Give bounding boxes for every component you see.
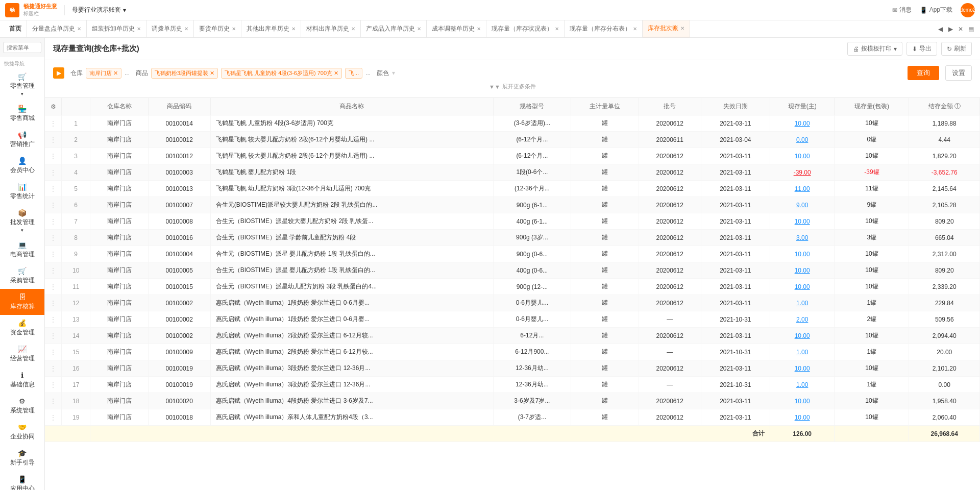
sidebar-item-11[interactable]: ℹ基础信息	[0, 367, 44, 393]
cell-stock-main[interactable]: 1.00	[770, 295, 834, 311]
tab-label: 调拨单历史	[152, 24, 182, 33]
sidebar-item-2[interactable]: 📢营销推广	[0, 127, 44, 153]
tab-close-btn[interactable]: ✕	[351, 26, 355, 32]
sidebar-item-15[interactable]: 📱应用中心	[0, 471, 44, 490]
tab-close-btn[interactable]: ✕	[77, 26, 81, 32]
cell-stock-main[interactable]: 3.00	[770, 230, 834, 246]
sidebar-item-9[interactable]: 💰资金管理	[0, 315, 44, 341]
sidebar-item-5[interactable]: 📦批发管理▾	[0, 205, 44, 237]
cell-stock-main[interactable]: 1.00	[770, 377, 834, 393]
sidebar-item-7[interactable]: 🛒采购管理	[0, 263, 44, 289]
tab-next-btn[interactable]: ▶	[945, 20, 955, 38]
cell-name: 惠氏启赋（Wyeth illuma）4段奶粉 爱尔兰进口 3-6岁及7...	[210, 393, 493, 409]
tab-menu-btn[interactable]: ▤	[966, 20, 976, 38]
tab-item-1[interactable]: 分量盘点单历史✕	[27, 20, 87, 38]
cell-expire: 2021-03-11	[701, 393, 770, 409]
cell-spec: 0-6月婴儿...	[494, 311, 571, 328]
cell-warehouse: 南岸门店	[90, 311, 148, 328]
cell-stock-main[interactable]: 2.00	[770, 311, 834, 328]
refresh-btn[interactable]: ↻ 刷新	[941, 42, 972, 56]
cell-stock-main[interactable]: 10.00	[770, 279, 834, 295]
tab-label: 现存量（库存分布表）	[570, 24, 631, 33]
search-btn[interactable]: 查询	[908, 66, 939, 80]
export-btn[interactable]: ⬇ 导出	[906, 42, 937, 56]
sidebar-item-8[interactable]: 🗄库存核算	[0, 289, 44, 315]
cell-stock-main[interactable]: 10.00	[770, 393, 834, 409]
cell-stock-main[interactable]: 0.00	[770, 132, 834, 148]
tab-item-9[interactable]: 现存量（库存状况表）✕	[486, 20, 565, 38]
warehouse-tag-close[interactable]: ✕	[113, 70, 118, 77]
tab-item-3[interactable]: 调拨单历史✕	[146, 20, 194, 38]
message-btn[interactable]: ✉ 消息	[892, 6, 912, 14]
sidebar-item-13[interactable]: 🤝企业协同	[0, 419, 44, 445]
tab-prev-btn[interactable]: ◀	[935, 20, 945, 38]
cell-stock-main[interactable]: 1.00	[770, 344, 834, 360]
cell-stock-main[interactable]: 10.00	[770, 409, 834, 426]
cell-stock-main[interactable]: 10.00	[770, 328, 834, 344]
cell-unit: 罐	[571, 132, 639, 148]
refresh-icon: ↻	[947, 45, 952, 53]
tab-close-btn[interactable]: ✕	[232, 26, 236, 32]
cell-stock-main[interactable]: 10.00	[770, 115, 834, 132]
product-tag-more[interactable]: 飞...	[345, 68, 362, 79]
tab-item-6[interactable]: 材料出库单历史✕	[301, 20, 361, 38]
cell-stock-main[interactable]: 10.00	[770, 246, 834, 262]
user-menu[interactable]: demo2	[961, 3, 975, 17]
cell-stock-main[interactable]: 10.00	[770, 360, 834, 377]
warehouse-tag[interactable]: 南岸门店 ✕	[86, 68, 121, 79]
setting-btn[interactable]: 设置	[945, 65, 972, 81]
tab-close-btn[interactable]: ✕	[555, 26, 559, 32]
sidebar-item-12[interactable]: ⚙系统管理	[0, 393, 44, 419]
sidebar-item-10[interactable]: 📈经营管理	[0, 341, 44, 367]
product-tag-2[interactable]: 飞鹤星飞帆 儿童奶粉 4段(3-6岁适用) 700克 ✕	[221, 68, 342, 79]
tab-item-8[interactable]: 成本调整单历史✕	[427, 20, 486, 38]
cell-stock-main[interactable]: 10.00	[770, 148, 834, 164]
cell-unit: 罐	[571, 377, 639, 393]
tab-close-btn[interactable]: ✕	[291, 26, 296, 32]
print-btn[interactable]: 🖨 按模板打印 ▾	[847, 42, 902, 56]
tab-close-btn[interactable]: ✕	[417, 26, 421, 32]
product-tag-2-close[interactable]: ✕	[334, 70, 338, 77]
product-tag-1[interactable]: 飞鹤奶粉3段丙罐提装 ✕	[151, 68, 218, 79]
cell-expire: 2021-03-11	[701, 197, 770, 213]
cell-no: 4	[62, 164, 90, 181]
sidebar-item-14[interactable]: 🎓新手引导	[0, 445, 44, 471]
cell-stock-main[interactable]: 11.00	[770, 181, 834, 197]
filter-area: ▶ 仓库 南岸门店 ✕ ... 商品 飞鹤奶粉3段丙罐提装 ✕	[45, 60, 980, 98]
sidebar-item-1[interactable]: 🏪零售商城	[0, 101, 44, 127]
sidebar-item-3[interactable]: 👤会员中心	[0, 153, 44, 179]
sidebar-icon-11: ℹ	[21, 371, 23, 379]
tab-item-0[interactable]: 首页	[4, 20, 27, 38]
cell-stock-main[interactable]: -39.00	[770, 164, 834, 181]
tab-item-5[interactable]: 其他出库单历史✕	[241, 20, 301, 38]
cell-stock-main[interactable]: 10.00	[770, 262, 834, 279]
tab-close-btn[interactable]: ✕	[184, 26, 188, 32]
tab-close-btn[interactable]: ✕	[137, 26, 141, 32]
filter-toggle-btn[interactable]: ▶	[53, 67, 64, 79]
cell-name: 合生元（BIOSTIME）派星 婴儿配方奶粉 1段 乳铁蛋白的...	[210, 262, 493, 279]
workspace-dropdown[interactable]: 母婴行业演示账套 ▾	[72, 6, 126, 14]
tab-close-btn[interactable]: ✕	[633, 26, 637, 32]
tab-item-7[interactable]: 产成品入库单历史✕	[361, 20, 427, 38]
sidebar-label-0: 零售管理	[10, 82, 35, 90]
sidebar-label-2: 营销推广	[10, 140, 35, 149]
sidebar-item-4[interactable]: 📊零售统计	[0, 179, 44, 205]
product-tag-1-close[interactable]: ✕	[210, 70, 214, 77]
tab-item-4[interactable]: 要货单历史✕	[194, 20, 241, 38]
tab-item-10[interactable]: 现存量（库存分布表）✕	[565, 20, 643, 38]
sidebar-item-0[interactable]: 🛒零售管理▾	[0, 68, 44, 101]
sidebar-item-6[interactable]: 💻电商管理	[0, 237, 44, 263]
tab-close-btn[interactable]: ✕	[680, 26, 684, 31]
cell-stock-main[interactable]: 10.00	[770, 213, 834, 230]
tab-item-11[interactable]: 库存批次账✕	[643, 20, 690, 38]
cell-stock-main[interactable]: 9.00	[770, 197, 834, 213]
tab-close-all-btn[interactable]: ✕	[955, 20, 966, 38]
expand-btn[interactable]: ▼▼ 展开更多条件	[489, 83, 536, 90]
tab-close-btn[interactable]: ✕	[477, 26, 481, 32]
app-download-btn[interactable]: 📱 App下载	[920, 6, 952, 14]
sidebar-icon-9: 💰	[18, 319, 27, 327]
tab-item-2[interactable]: 组装拆卸单历史✕	[87, 20, 146, 38]
search-input[interactable]	[3, 42, 41, 53]
cell-name: 合生元（BIOSTIME）派星 学龄前儿童配方奶粉 4段	[210, 230, 493, 246]
quick-nav-label: 快捷导航	[0, 57, 44, 68]
